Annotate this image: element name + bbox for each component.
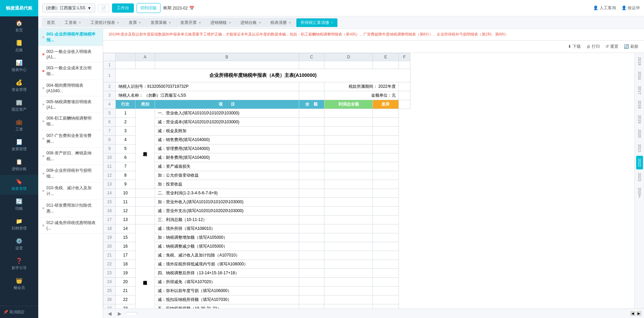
lrze-cell[interactable] [324, 224, 373, 233]
year-item-2018[interactable]: 2018 [636, 98, 643, 111]
tab-首页[interactable]: 首页 [42, 18, 59, 27]
left-panel-item-012[interactable]: 012-减免所得税优惠明细表(... [38, 217, 103, 234]
cy-cell[interactable] [373, 242, 399, 251]
lrze-cell[interactable] [324, 251, 373, 260]
scroll-left-btn[interactable]: ◀ [630, 311, 635, 316]
tab-close-8[interactable]: × [289, 21, 291, 25]
cy-cell[interactable] [373, 171, 399, 180]
cy-cell[interactable] [373, 109, 399, 117]
reset-button[interactable]: ↺ 重置 [605, 44, 618, 50]
lrze-cell[interactable] [324, 277, 373, 286]
year-item-2017[interactable]: 2017 [636, 83, 643, 97]
qe-cell[interactable] [299, 171, 324, 180]
tab-发票开票[interactable]: 发票开票× [176, 18, 205, 27]
company-selector[interactable]: (勿删）江西服宝-LSS ▼ [42, 3, 95, 13]
xm-cell[interactable]: 减：免税、减计收入及加计扣除（A107010） [155, 251, 299, 260]
cy-cell[interactable] [373, 224, 399, 233]
scroll-right-btn[interactable]: ▶ [636, 311, 641, 316]
sidebar-pin-toggle[interactable]: 📌 取消固定 [0, 306, 38, 318]
xm-cell[interactable]: 二、营业利润(1-2-3-4-5-6-7-8+9) [155, 189, 299, 197]
tab-进销稽核[interactable]: 进销稽核× [206, 18, 235, 27]
sidebar-item-archive[interactable]: 📁 归档管理 [0, 215, 38, 234]
qe-cell[interactable] [299, 189, 324, 197]
qe-cell[interactable] [299, 268, 324, 277]
hang-cell[interactable]: 19 [116, 268, 136, 277]
cy-cell[interactable] [373, 206, 399, 215]
workbench-button[interactable]: 工作台 [112, 3, 134, 13]
switch-version-button[interactable]: 切到旧版 [137, 3, 160, 13]
lrze-cell[interactable] [324, 295, 373, 304]
cy-cell[interactable] [373, 117, 399, 126]
tab-工资表[interactable]: 工资表× [60, 18, 85, 27]
qe-cell[interactable] [299, 224, 324, 233]
sheet-main[interactable]: ABCDEF11企业所得税年度纳税申报表（A类）主表(A100000)2纳税人识… [103, 53, 634, 308]
print-button[interactable]: 🖨 打印 [586, 44, 600, 50]
tab-close-7[interactable]: × [259, 21, 261, 25]
left-panel-item-010[interactable]: 010-免税、减计收入及加计... [38, 182, 103, 200]
hang-cell[interactable]: 21 [116, 286, 136, 295]
xm-cell[interactable]: 加：营业外收入(填写A101010\101020\103000) [155, 197, 299, 206]
sidebar-item-settlement[interactable]: 🔄 结账 [0, 195, 38, 215]
cy-cell[interactable] [373, 153, 399, 162]
tab-close-4[interactable]: × [169, 21, 171, 25]
lrze-cell[interactable] [324, 215, 373, 224]
calendar-icon[interactable]: 📅 [189, 6, 194, 11]
cy-cell[interactable] [373, 233, 399, 242]
cy-cell[interactable] [373, 215, 399, 224]
cy-cell[interactable] [373, 277, 399, 286]
sidebar-item-sales[interactable]: 📋 进销台账 [0, 155, 38, 175]
sidebar-item-invoice[interactable]: 🧾 发票管理 [0, 135, 38, 155]
left-panel-item-001[interactable]: 001-企业所得税年度纳税申报... [38, 29, 103, 46]
tab-close-1[interactable]: × [79, 21, 81, 25]
cy-cell[interactable] [373, 135, 399, 144]
hang-cell[interactable]: 8 [116, 171, 136, 180]
left-panel-item-007[interactable]: 007-广告费和业务宣传费摊... [38, 130, 103, 148]
xm-cell[interactable]: 减：财务费用(填写A104000) [155, 153, 299, 162]
lrze-cell[interactable] [324, 162, 373, 171]
cy-cell[interactable] [373, 189, 399, 197]
qe-cell[interactable] [299, 260, 324, 268]
xm-cell[interactable]: 减：纳税调整减少额（填写A105000） [155, 242, 299, 251]
xm-cell[interactable]: 加：投资收益 [155, 180, 299, 189]
lrze-cell[interactable] [324, 304, 373, 308]
hang-cell[interactable]: 15 [116, 233, 136, 242]
tab-close-6[interactable]: × [229, 21, 231, 25]
xm-cell[interactable]: 四、纳税调整后所得（13-14+15-16-17+18） [155, 268, 299, 277]
year-item-2016[interactable]: 2016 [636, 69, 643, 82]
xm-cell[interactable]: 五、应纳税所得额（19-20-21-22） [155, 304, 299, 308]
hang-cell[interactable]: 4 [116, 135, 136, 144]
hang-cell[interactable]: 20 [116, 277, 136, 286]
year-item-2019[interactable]: 2019 [636, 112, 643, 126]
cy-cell[interactable] [373, 268, 399, 277]
tab-发票算账[interactable]: 发票算账× [146, 18, 176, 27]
qe-cell[interactable] [299, 117, 324, 126]
qe-cell[interactable] [299, 206, 324, 215]
tab-close-2[interactable]: × [117, 21, 119, 25]
hang-cell[interactable]: 10 [116, 189, 136, 197]
xm-cell[interactable]: 减：销售费用(填写A104000) [155, 135, 299, 144]
hang-cell[interactable]: 14 [116, 224, 136, 233]
lrze-cell[interactable] [324, 144, 373, 153]
qe-cell[interactable] [299, 233, 324, 242]
refresh-button[interactable]: 🔄 刷新 [624, 44, 639, 50]
xm-cell[interactable]: 三、利润总额（10-11-12） [155, 215, 299, 224]
left-panel-item-005[interactable]: 005-纳税调整项目明细表(A1... [38, 96, 103, 113]
cy-cell[interactable] [373, 180, 399, 189]
qe-cell[interactable] [299, 197, 324, 206]
hang-cell[interactable]: 12 [116, 206, 136, 215]
qe-cell[interactable] [299, 251, 324, 260]
lrze-cell[interactable] [324, 171, 373, 180]
sidebar-item-settings[interactable]: ⚙️ 设置 [0, 234, 38, 254]
cy-cell[interactable] [373, 126, 399, 135]
hang-cell[interactable]: 1 [116, 109, 136, 117]
year-item-2023[interactable]: 2023 [636, 170, 643, 184]
cy-cell[interactable] [373, 304, 399, 308]
xm-cell[interactable]: 减：税金及附加 [155, 126, 299, 135]
left-panel-item-004[interactable]: 004-期间费用明细表(A1040... [38, 80, 103, 96]
cy-cell[interactable] [373, 197, 399, 206]
lrze-cell[interactable] [324, 260, 373, 268]
cy-cell[interactable] [373, 162, 399, 171]
xm-cell[interactable]: 减：弥补以前年度亏损（填写A106000） [155, 286, 299, 295]
left-panel-item-006[interactable]: 006-职工薪酬纳税调整明细... [38, 113, 103, 130]
lrze-cell[interactable] [324, 135, 373, 144]
